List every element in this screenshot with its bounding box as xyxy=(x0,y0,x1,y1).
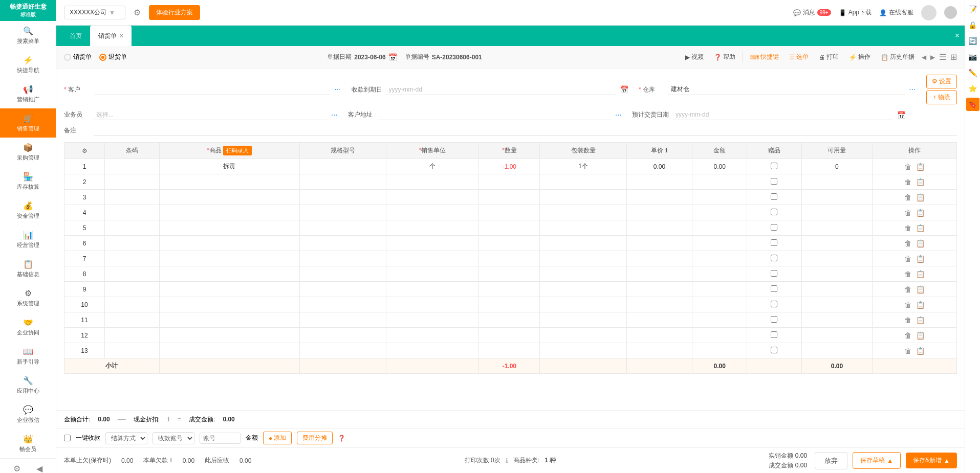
cell-spec[interactable] xyxy=(299,190,386,205)
cell-price[interactable] xyxy=(626,174,692,190)
avatar[interactable] xyxy=(921,5,937,20)
cell-barcode[interactable] xyxy=(105,205,160,220)
cell-price[interactable] xyxy=(626,266,692,282)
copy-icon[interactable]: 📋 xyxy=(916,301,925,309)
cell-product[interactable] xyxy=(159,220,299,236)
sidebar-item-apps[interactable]: 🔧 应用中心 xyxy=(0,371,56,400)
right-panel-btn-1[interactable]: 📝 xyxy=(966,3,979,16)
cell-barcode[interactable] xyxy=(105,282,160,297)
delete-icon[interactable]: 🗑 xyxy=(904,163,911,171)
cell-product[interactable] xyxy=(159,205,299,220)
account-select[interactable]: 收款账号 xyxy=(153,432,194,444)
radio-return-order[interactable]: 退货单 xyxy=(99,53,127,61)
cell-gift[interactable] xyxy=(747,266,802,282)
right-panel-btn-6[interactable]: ⭐ xyxy=(966,82,979,95)
copy-icon[interactable]: 📋 xyxy=(916,255,925,263)
right-panel-btn-5[interactable]: ✏️ xyxy=(966,66,979,79)
copy-icon[interactable]: 📋 xyxy=(916,163,925,171)
cell-price[interactable] xyxy=(626,236,692,251)
payment-date-input[interactable] xyxy=(386,84,616,95)
cell-qty[interactable] xyxy=(479,205,540,220)
tabbar-close-icon[interactable]: × xyxy=(955,31,960,40)
sidebar-item-wechat[interactable]: 💬 企业微信 xyxy=(0,400,56,429)
cell-qty[interactable] xyxy=(479,282,540,297)
cell-barcode[interactable] xyxy=(105,343,160,358)
cell-price[interactable] xyxy=(626,205,692,220)
delete-icon[interactable]: 🗑 xyxy=(904,193,911,201)
cell-amount[interactable] xyxy=(692,190,747,205)
customer-addr-dots-icon[interactable]: ··· xyxy=(615,110,622,120)
copy-icon[interactable]: 📋 xyxy=(916,239,925,247)
cell-unit[interactable] xyxy=(386,266,479,282)
cell-amount[interactable] xyxy=(692,297,747,312)
copy-icon[interactable]: 📋 xyxy=(916,347,925,355)
right-panel-btn-4[interactable]: 📷 xyxy=(966,50,979,63)
delete-icon[interactable]: 🗑 xyxy=(904,224,911,232)
expected-date-input[interactable] xyxy=(673,109,893,120)
cell-product[interactable] xyxy=(159,251,299,266)
cell-unit[interactable] xyxy=(386,220,479,236)
salesperson-input[interactable] xyxy=(94,109,327,120)
cell-unit[interactable] xyxy=(386,205,479,220)
cell-spec[interactable] xyxy=(299,159,386,174)
cell-product[interactable] xyxy=(159,236,299,251)
right-panel-btn-2[interactable]: 🔒 xyxy=(966,18,979,32)
settings-button[interactable]: ⚙ xyxy=(129,5,145,20)
delete-icon[interactable]: 🗑 xyxy=(904,239,911,247)
cell-pkg-qty[interactable] xyxy=(540,282,626,297)
cell-price[interactable]: 0.00 xyxy=(626,159,692,174)
right-panel-btn-7[interactable]: 🔖 xyxy=(966,98,979,111)
cell-gift[interactable] xyxy=(747,297,802,312)
cell-gift[interactable] xyxy=(747,282,802,297)
cell-qty[interactable] xyxy=(479,190,540,205)
copy-icon[interactable]: 📋 xyxy=(916,209,925,217)
cell-qty[interactable] xyxy=(479,236,540,251)
cell-product[interactable] xyxy=(159,266,299,282)
tab-home[interactable]: 首页 xyxy=(61,26,90,46)
cell-amount[interactable] xyxy=(692,174,747,190)
cell-spec[interactable] xyxy=(299,312,386,328)
cell-barcode[interactable] xyxy=(105,236,160,251)
toolbar-video-btn[interactable]: ▶ 视频 xyxy=(682,51,707,63)
avatar2[interactable] xyxy=(944,6,957,19)
cell-price[interactable] xyxy=(626,343,692,358)
cell-unit[interactable] xyxy=(386,282,479,297)
cell-spec[interactable] xyxy=(299,328,386,343)
form-wuliu-btn[interactable]: + 物流 xyxy=(926,91,957,104)
cell-spec[interactable] xyxy=(299,236,386,251)
cell-barcode[interactable] xyxy=(105,312,160,328)
copy-icon[interactable]: 📋 xyxy=(916,270,925,278)
cell-spec[interactable] xyxy=(299,220,386,236)
delete-icon[interactable]: 🗑 xyxy=(904,270,911,278)
expense-btn[interactable]: 费用分摊 xyxy=(297,432,333,444)
cell-pkg-qty[interactable] xyxy=(540,297,626,312)
toolbar-shortcut-btn[interactable]: ⌨ 快捷键 xyxy=(747,51,782,63)
cell-barcode[interactable] xyxy=(105,251,160,266)
copy-icon[interactable]: 📋 xyxy=(916,178,925,186)
cell-barcode[interactable] xyxy=(105,159,160,174)
sidebar-item-sales[interactable]: 🛒 销售管理 xyxy=(0,108,56,138)
cell-amount[interactable] xyxy=(692,236,747,251)
cell-product[interactable]: 拆贡 xyxy=(159,159,299,174)
col-settings[interactable]: ⚙ xyxy=(64,143,105,159)
add-payment-btn[interactable]: ● 添加 xyxy=(263,432,292,444)
cell-amount[interactable] xyxy=(692,251,747,266)
cell-product[interactable] xyxy=(159,312,299,328)
toolbar-select-btn[interactable]: ☰ 选单 xyxy=(786,51,812,63)
delete-icon[interactable]: 🗑 xyxy=(904,347,911,355)
cell-barcode[interactable] xyxy=(105,266,160,282)
form-setting-btn[interactable]: ⚙ 设置 xyxy=(926,75,957,88)
sidebar-collapse-icon[interactable]: ◀ xyxy=(36,464,42,473)
cell-qty[interactable] xyxy=(479,174,540,190)
cell-pkg-qty[interactable]: 1个 xyxy=(540,159,626,174)
cell-pkg-qty[interactable] xyxy=(540,266,626,282)
cell-unit[interactable] xyxy=(386,174,479,190)
remark-input[interactable] xyxy=(94,125,957,136)
cell-gift[interactable] xyxy=(747,236,802,251)
warehouse-dots-icon[interactable]: ··· xyxy=(909,85,916,94)
cell-gift[interactable] xyxy=(747,159,802,174)
warehouse-input[interactable] xyxy=(668,84,905,95)
view-list-icon[interactable]: ☰ xyxy=(939,52,946,62)
sidebar-item-guide[interactable]: 📖 新手引导 xyxy=(0,342,56,371)
cell-barcode[interactable] xyxy=(105,297,160,312)
